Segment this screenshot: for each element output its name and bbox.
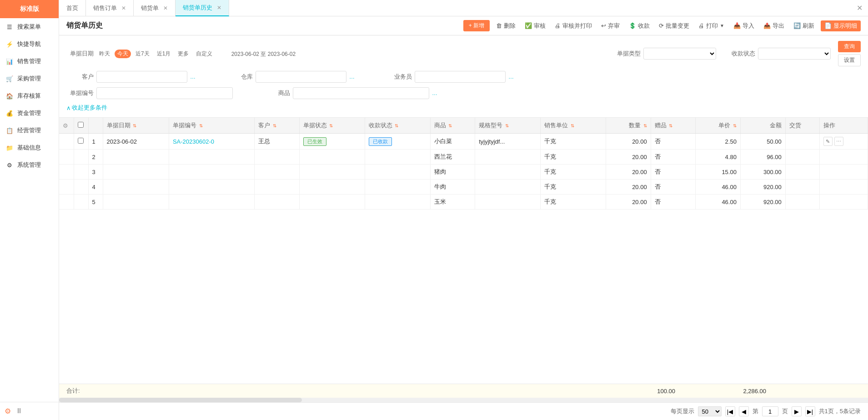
warehouse-ellipsis[interactable]: …: [349, 74, 355, 80]
date-tag-more[interactable]: 更多: [175, 50, 191, 58]
tab-sales-order[interactable]: 销售订单 ✕: [86, 0, 134, 16]
sidebar-item-finance-mgmt[interactable]: 💰 资金管理: [0, 105, 59, 122]
sidebar-item-purchase-mgmt[interactable]: 🛒 采购管理: [0, 70, 59, 87]
page-last-button[interactable]: ▶|: [805, 406, 815, 416]
abandon-button[interactable]: ↩ 弃审: [598, 21, 622, 31]
doc-type-select[interactable]: [643, 48, 716, 60]
import-button[interactable]: 📥 导入: [731, 21, 757, 31]
date-tag-today[interactable]: 今天: [115, 50, 131, 58]
cell-action: [819, 150, 868, 165]
col-doc-status[interactable]: 单据状态 ⇅: [299, 118, 365, 134]
page-first-button[interactable]: |◀: [725, 406, 735, 416]
collect-status-select[interactable]: [758, 48, 831, 60]
salesman-ellipsis[interactable]: …: [508, 74, 514, 80]
collapse-arrow-icon: ∧: [66, 105, 71, 111]
col-unit-price[interactable]: 单价 ⇅: [696, 118, 741, 134]
collapse-button[interactable]: ∧ 收起更多条件: [66, 104, 861, 112]
page-input[interactable]: [762, 406, 778, 416]
doc-no-link[interactable]: SA-20230602-0: [173, 138, 214, 145]
sidebar-item-search-menu[interactable]: ☰ 搜索菜单: [0, 18, 59, 35]
query-button[interactable]: 查询: [838, 41, 861, 52]
delete-button[interactable]: 🗑 删除: [493, 21, 518, 31]
edit-icon[interactable]: ✎: [823, 137, 833, 146]
tab-sales-delivery-close[interactable]: ✕: [163, 5, 168, 11]
salesman-input[interactable]: [415, 71, 506, 83]
ops-mgmt-icon: 📋: [5, 126, 14, 135]
more-icon[interactable]: ⋯: [834, 137, 843, 146]
sidebar-settings-icon[interactable]: ⚙: [5, 407, 11, 415]
select-all-checkbox[interactable]: [78, 122, 84, 128]
sidebar-item-inventory[interactable]: 🏠 库存核算: [0, 87, 59, 105]
batch-change-button[interactable]: ⟳ 批量变更: [656, 21, 692, 31]
per-page-select[interactable]: 50 100 200: [698, 406, 722, 416]
product-ellipsis[interactable]: …: [432, 90, 437, 96]
col-sales-unit-label: 销售单位: [544, 122, 568, 129]
col-spec[interactable]: 规格型号 ⇅: [475, 118, 541, 134]
audit-print-button[interactable]: 🖨 审核并打印: [552, 21, 595, 31]
settings-button[interactable]: 设置: [838, 54, 861, 66]
scroll-thumb[interactable]: [59, 398, 302, 402]
sidebar-collapse-icon[interactable]: ⏸: [15, 407, 23, 415]
customer-ellipsis[interactable]: …: [190, 74, 196, 80]
warehouse-input[interactable]: [256, 71, 346, 83]
col-gift-sort: ⇅: [669, 123, 672, 128]
tab-sales-history-close[interactable]: ✕: [217, 5, 221, 11]
cell-doc-date: [103, 195, 169, 210]
col-sales-unit[interactable]: 销售单位 ⇅: [541, 118, 606, 134]
tab-sales-delivery[interactable]: 销货单 ✕: [134, 0, 176, 16]
sidebar-item-quick-nav[interactable]: ⚡ 快捷导航: [0, 35, 59, 53]
tab-sales-order-close[interactable]: ✕: [121, 5, 126, 11]
col-collect-status[interactable]: 收款状态 ⇅: [365, 118, 430, 134]
collapse-label: 收起更多条件: [72, 104, 107, 112]
cell-checkbox: [74, 150, 88, 165]
date-tag-yesterday[interactable]: 昨天: [96, 50, 113, 58]
horizontal-scrollbar[interactable]: [59, 398, 868, 402]
tab-sales-history-label: 销货单历史: [183, 4, 212, 12]
sidebar-item-sales-mgmt[interactable]: 📊 销售管理: [0, 53, 59, 70]
collect-button[interactable]: 💲 收款: [626, 21, 652, 31]
show-detail-button[interactable]: 📄 显示明细: [821, 20, 861, 31]
cell-checkbox: [74, 165, 88, 180]
basic-info-icon: 📁: [5, 144, 14, 152]
new-button[interactable]: + 新增: [463, 20, 490, 31]
per-page-label: 每页显示: [671, 407, 694, 415]
col-doc-no[interactable]: 单据编号 ⇅: [169, 118, 254, 134]
page-prev-button[interactable]: ◀: [739, 406, 749, 416]
cell-gift: 否: [651, 165, 696, 180]
purchase-mgmt-icon: 🛒: [5, 75, 14, 83]
col-gift[interactable]: 赠品 ⇅: [651, 118, 696, 134]
print-icon: 🖨: [698, 22, 704, 29]
delete-icon: 🗑: [496, 22, 502, 29]
tab-home[interactable]: 首页: [59, 0, 86, 16]
doc-no-input[interactable]: [96, 87, 233, 99]
customer-input[interactable]: [96, 71, 187, 83]
col-qty[interactable]: 数量 ⇅: [606, 118, 651, 134]
cell-collect-status: [365, 165, 430, 180]
row-checkbox[interactable]: [78, 138, 84, 144]
sidebar-item-sys-mgmt[interactable]: ⚙ 系统管理: [0, 156, 59, 174]
date-tag-custom[interactable]: 自定义: [193, 50, 215, 58]
date-tag-7days[interactable]: 近7天: [133, 50, 152, 58]
page-next-button[interactable]: ▶: [792, 406, 802, 416]
refresh-button[interactable]: 🔄 刷新: [791, 21, 817, 31]
collapse-wrapper: ∧ 收起更多条件: [66, 104, 861, 112]
sidebar-item-ops-mgmt[interactable]: 📋 经营管理: [0, 122, 59, 139]
cell-doc-status: [299, 150, 365, 165]
sidebar-item-label: 基础信息: [17, 144, 41, 152]
print-button[interactable]: 🖨 打印 ▼: [696, 21, 727, 31]
col-rowno: [88, 118, 103, 134]
date-tag-1month[interactable]: 近1月: [154, 50, 174, 58]
config-icon[interactable]: ⚙: [63, 122, 68, 129]
audit-button[interactable]: ✅ 审核: [522, 21, 548, 31]
col-product[interactable]: 商品 ⇅: [430, 118, 475, 134]
product-input[interactable]: [293, 87, 429, 99]
col-doc-date[interactable]: 单据日期 ⇅: [103, 118, 169, 134]
cell-config: [59, 165, 74, 180]
col-customer[interactable]: 客户 ⇅: [255, 118, 300, 134]
tab-close-all[interactable]: ✕: [851, 4, 868, 12]
export-button[interactable]: 📤 导出: [761, 21, 787, 31]
col-product-sort: ⇅: [448, 123, 452, 128]
sidebar-item-basic-info[interactable]: 📁 基础信息: [0, 139, 59, 156]
tab-sales-history[interactable]: 销货单历史 ✕: [176, 0, 229, 16]
sidebar-item-label: 搜索菜单: [17, 23, 41, 31]
